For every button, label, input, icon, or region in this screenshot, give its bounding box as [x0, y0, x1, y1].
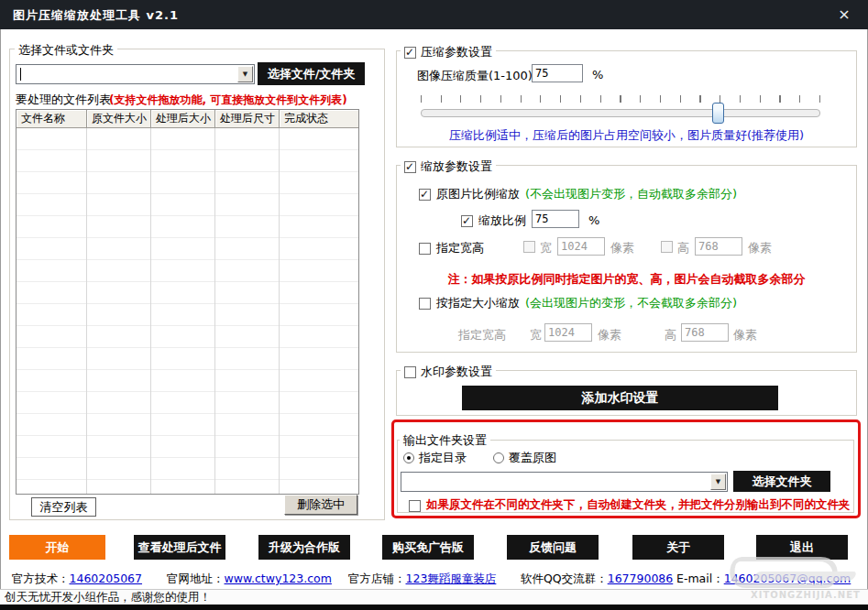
text-caret [20, 68, 21, 81]
custom-wh-label: 指定宽高 [436, 240, 484, 256]
about-button[interactable]: 关于 [632, 535, 724, 560]
custom-wh-checkbox[interactable] [419, 243, 431, 255]
link-label: 官网地址： [167, 572, 225, 585]
overwrite-radio[interactable] [493, 452, 504, 463]
email-link[interactable]: 1460205067@qq.com [724, 572, 852, 585]
auto-folder-note: 如果原文件在不同的文件夹下，自动创建文件夹，并把文件分别输出到不同的文件夹 [426, 497, 851, 513]
output-dir-radio-row: 指定目录 [403, 450, 467, 466]
shop-link[interactable]: 123舞蹈服童装店 [406, 572, 497, 585]
watermark-enable-checkbox[interactable] [404, 366, 416, 378]
quality-label: 图像压缩质量(1-100)： [417, 68, 544, 84]
grid-line [279, 128, 280, 494]
output-dir-radio[interactable] [403, 452, 414, 463]
compress-quality-hint: 压缩比例适中，压缩后的图片占用空间较小，图片质量好(推荐使用) [396, 127, 857, 144]
chevron-down-icon[interactable]: ▼ [237, 66, 253, 82]
feedback-button[interactable]: 反馈问题 [507, 535, 599, 560]
custom-width-unit: 像素 [610, 240, 634, 256]
view-processed-button[interactable]: 查看处理后文件 [134, 535, 225, 560]
fixed-width-unit: 像素 [598, 327, 621, 343]
file-list-header: 文件名称 原文件大小 处理后大小 处理后尺寸 完成状态 [16, 110, 358, 128]
scale-ratio-label: 缩放比例 [478, 212, 526, 229]
fixed-size-hint: (会出现图片的变形，不会截取多余部分) [525, 295, 737, 311]
file-path-combobox[interactable]: ▼ [16, 64, 255, 84]
column-header-processed-size[interactable]: 处理后大小 [151, 110, 215, 128]
window-title: 图片压缩缩放处理工具 v2.1 [13, 7, 179, 24]
fixed-height-label: 高 [665, 327, 676, 343]
website-link[interactable]: www.ctwy123.com [225, 572, 332, 585]
fixed-height-unit: 像素 [733, 327, 757, 343]
compress-enable-checkbox[interactable] [404, 47, 416, 59]
select-file-button[interactable]: 选择文件/文件夹 [258, 62, 365, 85]
add-watermark-button[interactable]: 添加水印设置 [462, 386, 778, 410]
column-header-original-size[interactable]: 原文件大小 [87, 110, 151, 128]
scale-enable-checkbox[interactable] [404, 161, 416, 173]
compress-group-header: 压缩参数设置 [401, 44, 496, 60]
scale-group-title: 缩放参数设置 [421, 158, 492, 175]
auto-folder-row: 如果原文件在不同的文件夹下，自动创建文件夹，并把文件分别输出到不同的文件夹 [409, 497, 851, 513]
scale-group-header: 缩放参数设置 [401, 158, 496, 175]
file-list-body[interactable] [16, 128, 358, 494]
keep-ratio-label: 原图片比例缩放 [436, 186, 520, 202]
scale-ratio-unit: % [588, 213, 599, 227]
slider-tick-marks [421, 95, 820, 103]
custom-width-input [557, 237, 605, 256]
chevron-down-icon[interactable]: ▼ [710, 474, 726, 490]
grid-line [214, 128, 215, 494]
link-label: 软件QQ交流群： [521, 572, 608, 585]
footer-links: 官方技术：1460205067 官网地址：www.ctwy123.com 官方店… [0, 572, 868, 586]
column-header-processed-dim[interactable]: 处理后尺寸 [215, 110, 280, 128]
quality-slider [421, 92, 820, 125]
fixed-size-checkbox[interactable] [419, 298, 431, 310]
slider-handle[interactable] [712, 103, 724, 124]
close-icon[interactable]: × [835, 5, 853, 24]
custom-width-checkbox [523, 241, 535, 253]
keep-ratio-checkbox[interactable] [419, 189, 431, 201]
upgrade-button[interactable]: 升级为合作版 [258, 535, 350, 560]
app-window: 图片压缩缩放处理工具 v2.1 × 选择文件或文件夹 ▼ 选择文件/文件夹 要处… [0, 0, 868, 610]
status-bar: 创天无忧开发小组作品，感谢您的使用！ [0, 589, 868, 605]
fixed-width-label: 宽 [530, 327, 542, 343]
start-button[interactable]: 开始 [9, 535, 105, 560]
clear-list-button[interactable]: 清空列表 [31, 497, 96, 517]
scale-ratio-checkbox[interactable] [461, 215, 473, 227]
scale-ratio-input[interactable] [532, 210, 579, 228]
custom-wh-row: 指定宽高 [419, 240, 484, 256]
email-link-item: E-mail：1460205067@qq.com [676, 572, 851, 587]
grid-line [150, 128, 151, 494]
fixed-size-label: 按指定大小缩放 [436, 295, 520, 311]
grid-line [86, 128, 87, 494]
delete-selected-button[interactable]: 删除选中 [284, 495, 357, 515]
output-group-title: 输出文件夹设置 [400, 432, 490, 449]
bottom-black-strip [0, 605, 868, 610]
output-dir-radio-label: 指定目录 [419, 450, 467, 466]
custom-height-label: 高 [677, 240, 689, 256]
scale-crop-note: 注：如果按原比例同时指定图片的宽、高，图片会自动截取多余部分 [396, 271, 857, 288]
link-label: 官方技术： [12, 572, 70, 585]
official-qq-link[interactable]: 1460205067 [70, 572, 143, 585]
shop-link-item: 官方店铺：123舞蹈服童装店 [348, 572, 496, 587]
qq-group-link-item: 软件QQ交流群：167790086 [521, 572, 673, 587]
custom-height-input [695, 237, 742, 256]
output-folder-combobox[interactable]: ▼ [401, 472, 728, 492]
file-list-table[interactable]: 文件名称 原文件大小 处理后大小 处理后尺寸 完成状态 [16, 109, 359, 495]
qq-group-link[interactable]: 167790086 [608, 572, 674, 585]
file-select-group-title: 选择文件或文件夹 [15, 42, 117, 59]
title-bar: 图片压缩缩放处理工具 v2.1 × [0, 0, 868, 29]
exit-button[interactable]: 退出 [756, 535, 848, 560]
column-header-status[interactable]: 完成状态 [280, 110, 358, 128]
fixed-width-input [544, 323, 592, 342]
file-list-label: 要处理的文件列表 [16, 92, 111, 108]
keep-ratio-row: 原图片比例缩放 (不会出现图片变形，自动截取多余部分) [419, 186, 737, 202]
custom-width-label: 宽 [540, 240, 552, 256]
watermark-group-header: 水印参数设置 [401, 364, 496, 380]
quality-input[interactable] [532, 64, 583, 82]
link-label: 官方店铺： [348, 572, 406, 585]
fixed-size-row: 按指定大小缩放 (会出现图片的变形，不会截取多余部分) [419, 295, 737, 311]
slider-track[interactable] [421, 109, 820, 117]
file-list-drag-hint: (支持文件拖放功能, 可直接拖放文件到文件列表) [109, 93, 347, 108]
select-folder-button[interactable]: 选择文件夹 [733, 471, 830, 492]
auto-folder-checkbox[interactable] [409, 500, 421, 512]
column-header-filename[interactable]: 文件名称 [16, 110, 87, 128]
custom-height-checkbox [661, 241, 673, 253]
buy-adfree-button[interactable]: 购买免广告版 [382, 535, 474, 560]
